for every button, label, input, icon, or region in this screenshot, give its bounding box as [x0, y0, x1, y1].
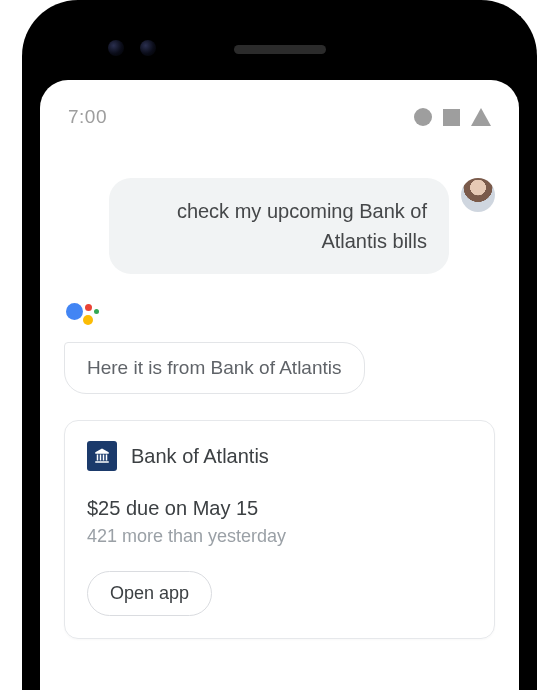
status-bar: 7:00: [40, 80, 519, 134]
phone-sensors: [40, 18, 519, 80]
screen: 7:00 check my upcoming Bank of Atlantis …: [40, 80, 519, 690]
phone-bezel: 7:00 check my upcoming Bank of Atlantis …: [40, 18, 519, 690]
clock: 7:00: [68, 106, 107, 128]
assistant-dot-green: [94, 309, 99, 314]
assistant-message-row: Here it is from Bank of Atlantis: [64, 298, 495, 394]
card-header: Bank of Atlantis: [87, 441, 472, 471]
card-main-line: $25 due on May 15: [87, 497, 472, 520]
bank-glyph: [93, 447, 111, 465]
conversation-area: check my upcoming Bank of Atlantis bills…: [40, 134, 519, 639]
user-message-bubble: check my upcoming Bank of Atlantis bills: [109, 178, 449, 274]
nav-home-icon: [443, 109, 460, 126]
assistant-dot-red: [85, 304, 92, 311]
front-cameras: [108, 40, 156, 56]
assistant-message-bubble: Here it is from Bank of Atlantis: [64, 342, 365, 394]
bank-icon: [87, 441, 117, 471]
assistant-logo-icon: [66, 298, 100, 332]
bill-card[interactable]: Bank of Atlantis $25 due on May 15 421 m…: [64, 420, 495, 639]
user-message-row: check my upcoming Bank of Atlantis bills: [64, 178, 495, 274]
nav-recent-icon: [471, 108, 491, 126]
nav-back-icon: [414, 108, 432, 126]
camera-dot: [140, 40, 156, 56]
assistant-dot-yellow: [83, 315, 93, 325]
assistant-dot-blue: [66, 303, 83, 320]
phone-frame: 7:00 check my upcoming Bank of Atlantis …: [22, 0, 537, 690]
open-app-button[interactable]: Open app: [87, 571, 212, 616]
earpiece-speaker: [234, 45, 326, 54]
status-icons: [414, 108, 491, 126]
card-title: Bank of Atlantis: [131, 445, 269, 468]
camera-dot: [108, 40, 124, 56]
user-avatar[interactable]: [461, 178, 495, 212]
card-sub-line: 421 more than yesterday: [87, 526, 472, 547]
